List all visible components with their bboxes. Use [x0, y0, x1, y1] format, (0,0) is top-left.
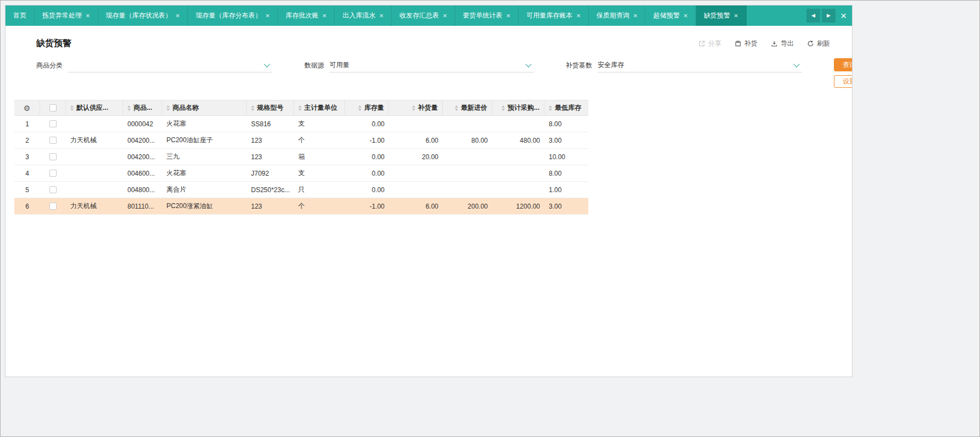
column-settings-cell[interactable]: ⚙	[14, 100, 40, 115]
column-header-code[interactable]: 商品...	[123, 100, 162, 115]
filter-data-source-select[interactable]: 可用量	[330, 58, 534, 72]
sort-icon	[412, 105, 415, 111]
cell-code: 801110...	[123, 198, 162, 214]
tab-close-icon[interactable]: ×	[506, 12, 511, 19]
filter-product-category-select[interactable]	[68, 58, 272, 72]
tab-close-icon[interactable]: ×	[176, 12, 180, 19]
cell-stock: -1.00	[345, 132, 389, 148]
cell-min_stock: 8.00	[544, 116, 588, 132]
column-header-supplier[interactable]: 默认供应...	[66, 100, 123, 115]
select-all-checkbox[interactable]	[49, 104, 57, 111]
row-checkbox[interactable]	[49, 186, 57, 193]
column-header-price[interactable]: 最新进价	[443, 100, 492, 115]
tab-item-5[interactable]: 库存批次账×	[278, 5, 335, 26]
tab-nav: ◀ ▶ ×	[805, 5, 852, 26]
tab-item-8[interactable]: 要货单统计表×	[455, 5, 519, 26]
tab-item-7[interactable]: 收发存汇总表×	[392, 5, 455, 26]
tab-item-12[interactable]: 缺货预警×	[696, 5, 747, 26]
table-row[interactable]: 10000042火花塞SS816支0.008.00	[14, 116, 588, 132]
sort-icon	[502, 105, 505, 111]
tab-item-9[interactable]: 可用量库存账本×	[519, 5, 589, 26]
settings-button[interactable]: 设置	[834, 75, 852, 88]
row-index-cell: 4	[14, 165, 40, 181]
table-row[interactable]: 2力天机械004200...PC200油缸座子123个-1.006.0080.0…	[14, 132, 588, 149]
tab-item-3[interactable]: 现存量（库存状况表）×	[98, 5, 188, 26]
tab-close-icon[interactable]: ×	[576, 12, 581, 19]
tab-close-icon[interactable]: ×	[443, 12, 447, 19]
row-index-cell: 6	[14, 198, 40, 214]
filter-replenish-base-select[interactable]: 安全库存	[598, 58, 802, 72]
refresh-button[interactable]: 刷新	[807, 39, 830, 48]
sort-icon	[166, 105, 170, 111]
table-row[interactable]: 4004600...火花塞J7092支0.008.00	[14, 165, 588, 182]
cell-replenish	[389, 182, 443, 198]
column-header-estimate[interactable]: 预计采购...	[492, 100, 544, 115]
chevron-down-icon	[264, 61, 270, 67]
export-button[interactable]: 导出	[771, 39, 794, 48]
tab-close-icon[interactable]: ×	[683, 12, 688, 19]
query-button[interactable]: 查询	[834, 58, 852, 71]
sort-icon	[549, 105, 552, 111]
filter-data-source: 数据源可用量	[304, 58, 534, 72]
cell-min_stock: 3.00	[544, 198, 588, 214]
tab-close-icon[interactable]: ×	[379, 12, 383, 19]
tab-item-4[interactable]: 现存量（库存分布表）×	[188, 5, 278, 26]
tab-item-1[interactable]: 首页	[5, 5, 35, 26]
tool-label: 分享	[708, 39, 721, 48]
tab-bar: 首页拣货异常处理×现存量（库存状况表）×现存量（库存分布表）×库存批次账×出入库…	[5, 5, 852, 26]
row-checkbox[interactable]	[49, 120, 57, 127]
column-header-name[interactable]: 商品名称	[162, 100, 247, 115]
tab-label: 可用量库存账本	[526, 11, 572, 20]
tab-item-2[interactable]: 拣货异常处理×	[35, 5, 98, 26]
page-toolbar: 分享补货导出刷新	[698, 39, 830, 48]
filter-label: 商品分类	[36, 61, 63, 70]
tab-close-icon[interactable]: ×	[86, 12, 90, 19]
cell-replenish: 6.00	[389, 132, 443, 148]
tabs-scroll-right-button[interactable]: ▶	[822, 9, 836, 23]
share-icon	[698, 40, 705, 47]
cell-replenish	[389, 165, 443, 181]
tabs-close-button[interactable]: ×	[840, 10, 847, 21]
table-row[interactable]: 6力天机械801110...PC200涨紧油缸123个-1.006.00200.…	[14, 198, 588, 215]
cell-estimate	[492, 116, 544, 132]
tab-item-10[interactable]: 保质期查询×	[589, 5, 646, 26]
row-checkbox-cell	[40, 165, 66, 181]
tab-item-11[interactable]: 超储预警×	[645, 5, 696, 26]
cell-price	[443, 116, 492, 132]
sort-icon	[127, 105, 131, 111]
cell-name: 三九	[162, 149, 247, 165]
share-button[interactable]: 分享	[698, 39, 721, 48]
filter-label: 补货基数	[566, 61, 592, 70]
column-label: 补货量	[418, 103, 438, 113]
replenish-button[interactable]: 补货	[734, 39, 758, 48]
cell-unit: 只	[294, 182, 345, 198]
row-checkbox[interactable]	[49, 153, 57, 160]
row-checkbox[interactable]	[49, 203, 57, 210]
tab-label: 拣货异常处理	[42, 11, 82, 20]
cell-estimate	[492, 149, 544, 165]
row-checkbox[interactable]	[49, 170, 57, 177]
tab-close-icon[interactable]: ×	[734, 12, 738, 19]
table-row[interactable]: 5004800...离合片DS250*23c...只0.001.00	[14, 182, 588, 198]
row-checkbox-cell	[40, 198, 66, 214]
sort-icon	[70, 105, 74, 111]
column-label: 预计采购...	[508, 103, 539, 113]
cell-stock: 0.00	[345, 182, 389, 198]
tabs-scroll-left-button[interactable]: ◀	[806, 9, 820, 23]
column-header-unit[interactable]: 主计量单位	[294, 100, 345, 115]
column-header-replenish[interactable]: 补货量	[389, 100, 443, 115]
cell-stock: 0.00	[345, 165, 389, 181]
tab-item-6[interactable]: 出入库流水×	[335, 5, 392, 26]
table-row[interactable]: 3004200...三九123箱0.0020.0010.00	[14, 149, 588, 165]
column-header-spec[interactable]: 规格型号	[247, 100, 294, 115]
tab-close-icon[interactable]: ×	[633, 12, 638, 19]
cell-price	[443, 182, 492, 198]
column-header-min_stock[interactable]: 最低库存	[544, 100, 588, 115]
column-header-stock[interactable]: 库存量	[345, 100, 389, 115]
column-label: 主计量单位	[304, 103, 337, 113]
row-checkbox[interactable]	[49, 137, 57, 144]
cell-min_stock: 3.00	[544, 132, 588, 148]
replenish-icon	[734, 40, 742, 47]
tab-close-icon[interactable]: ×	[322, 12, 327, 19]
tab-close-icon[interactable]: ×	[265, 12, 270, 19]
